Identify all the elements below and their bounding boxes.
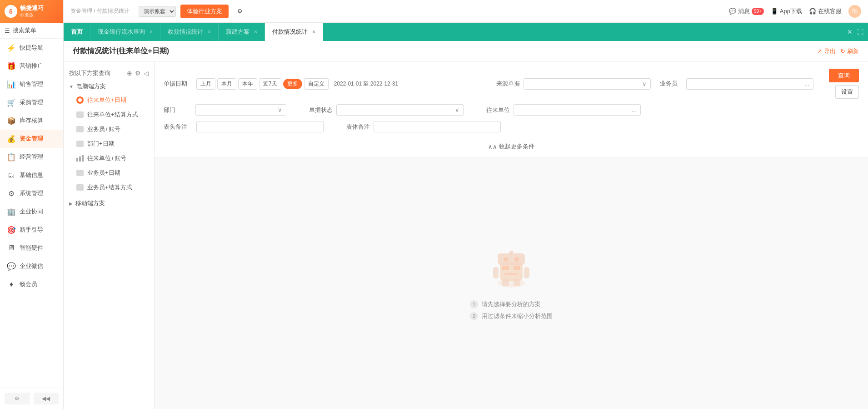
source-filter-label: 来源单据 [496,80,520,88]
sidebar-item-zijin[interactable]: 💰 资金管理 [0,130,63,148]
settings-btn[interactable]: 设置 [835,85,859,99]
tab-home[interactable]: 首页 [64,23,90,41]
sidebar-item-xitong[interactable]: ⚙ 系统管理 [0,184,63,202]
scheme-item-partner-settle[interactable]: 往来单位+结算方式 [64,107,154,122]
date-btn-7days[interactable]: 近7天 [259,78,281,90]
sidebar-item-kucun[interactable]: 📦 库存核算 [0,111,63,130]
source-select[interactable]: ∨ [524,78,651,90]
svg-rect-12 [493,267,499,278]
tab-maximize-btn[interactable]: ⛶ [857,28,863,35]
logo-icon: 6 [5,5,17,18]
scheme-item-salesman-date[interactable]: 业务员+日期 [64,166,154,180]
scheme-settings-icon[interactable]: ⚙ [135,70,141,77]
chang-icon: ♦ [7,280,16,289]
sidebar-item-xiaoshou[interactable]: 📊 销售管理 [0,75,63,93]
sidebar-item-zhihui[interactable]: 🖥 智能硬件 [0,239,63,257]
notification-badge: 99+ [752,8,764,15]
sidebar-settings-btn[interactable]: ⚙ [5,393,30,404]
sidebar-item-label: 营销推广 [20,62,43,70]
service-label: 在线客服 [818,7,842,15]
notification-btn[interactable]: 💬 消息 99+ [729,7,764,15]
header-settings-btn[interactable]: ⚙ [233,5,247,18]
collapse-more-area: ∧∧ 收起更多条件 [164,138,859,151]
page-content: 付款情况统计(往来单位+日期) ↗ 导出 ↻ 刷新 按以下方案查询 ⊕ [64,41,868,409]
refresh-btn[interactable]: ↻ 刷新 [840,47,859,56]
sidebar-item-label: 采购管理 [20,98,43,106]
date-btn-this-year[interactable]: 本年 [238,78,257,90]
tab-collection[interactable]: 收款情况统计 × [160,23,219,41]
try-btn[interactable]: 体验行业方案 [180,5,229,18]
tab-payment-stat[interactable]: 付款情况统计 × [265,23,323,41]
date-btn-last-month[interactable]: 上月 [196,78,215,90]
logo-version: 标准版 [20,12,44,18]
sidebar-item-qiye[interactable]: 🏢 企业协同 [0,202,63,221]
sidebar-logo: 6 畅捷通巧 标准版 [0,0,63,23]
scheme-item-dept-date[interactable]: 部门+日期 [64,136,154,151]
collapse-more-btn[interactable]: ∧∧ 收起更多条件 [488,142,534,151]
logo-text-group: 畅捷通巧 标准版 [20,5,44,18]
table-head-note-input[interactable] [196,121,324,132]
dept-select[interactable]: ∨ [195,104,286,116]
sidebar-item-weixin[interactable]: 💬 企业微信 [0,257,63,275]
tab-new-scheme-close[interactable]: × [254,29,257,35]
scheme-panel: 按以下方案查询 ⊕ ⚙ ◁ ▼ 电脑端方案 [64,62,155,409]
date-filter-label: 单据日期 [164,80,187,88]
sidebar-item-chang[interactable]: ♦ 畅会员 [0,275,63,293]
scheme-item-partner-date[interactable]: 往来单位+日期 [64,93,154,107]
svg-rect-2 [82,155,84,162]
salesman-input[interactable]: ... [686,78,813,90]
scheme-group-pc-header[interactable]: ▼ 电脑端方案 [64,80,154,93]
tab-close-all-btn[interactable]: ✕ [847,28,853,35]
app-download-btn[interactable]: 📱 App下载 [771,7,802,15]
tab-payment-stat-close[interactable]: × [312,29,315,35]
sidebar-item-label: 快捷导航 [20,44,43,52]
page-header-actions: ↗ 导出 ↻ 刷新 [817,47,859,56]
svg-rect-4 [500,263,523,281]
svg-point-9 [504,257,508,262]
search-menu[interactable]: ☰ 搜索菜单 [0,23,63,39]
scheme-item-salesman-account[interactable]: 业务员+账号 [64,122,154,136]
sidebar-item-label: 新手引导 [20,226,43,234]
date-btn-this-month[interactable]: 本月 [217,78,236,90]
date-btn-custom[interactable]: 自定义 [304,78,329,90]
tab-cashflow-close[interactable]: × [150,29,153,35]
table-body-note-input[interactable] [374,121,501,132]
scheme-item-partner-account[interactable]: 往来单位+账号 [64,151,154,166]
partner-input[interactable]: ... [514,104,641,116]
tab-collection-close[interactable]: × [208,29,211,35]
jichu-icon: 🗂 [7,171,16,180]
tab-new-scheme[interactable]: 新建方案 × [219,23,265,41]
docstatus-select[interactable]: ∨ [336,104,464,116]
scheme-collapse-icon[interactable]: ◁ [144,70,149,77]
export-btn[interactable]: ↗ 导出 [817,47,836,56]
weixin-icon: 💬 [7,262,16,271]
tab-cashflow[interactable]: 现金银行流水查询 × [90,23,160,41]
user-avatar[interactable]: Rit [848,5,861,18]
date-btn-more[interactable]: 更多 [283,79,302,89]
qiye-icon: 🏢 [7,207,16,216]
sidebar-item-label: 企业微信 [20,262,43,270]
scheme-item-salesman-settle[interactable]: 业务员+结算方式 [64,180,154,195]
sidebar-item-jichu[interactable]: 🗂 基础信息 [0,166,63,184]
tip-num-1: 1 [470,300,478,308]
scheme-group-mobile-header[interactable]: ▶ 移动端方案 [64,197,154,210]
sidebar-item-xinshou[interactable]: 🎯 新手引导 [0,221,63,239]
sidebar: 6 畅捷通巧 标准版 ☰ 搜索菜单 ⚡ 快捷导航 🎁 营销推广 📊 销售管理 🛒… [0,0,64,409]
empty-robot-icon [489,247,534,293]
scheme-item-label: 往来单位+日期 [87,96,126,104]
tab-window-btns: ✕ ⛶ [843,23,868,41]
sidebar-collapse-btn[interactable]: ◀◀ [34,393,59,404]
xitong-icon: ⚙ [7,189,16,198]
scheme-add-icon[interactable]: ⊕ [127,70,132,77]
company-select[interactable]: 演示账套 [139,6,176,17]
sidebar-item-kuaijie[interactable]: ⚡ 快捷导航 [0,39,63,57]
jingying-icon: 📋 [7,152,16,162]
query-btn[interactable]: 查询 [829,69,859,82]
sidebar-item-caigou[interactable]: 🛒 采购管理 [0,93,63,111]
sidebar-item-jingying[interactable]: 📋 经营管理 [0,148,63,166]
svg-rect-8 [498,253,525,265]
tip-text-1: 请先选择要分析的方案 [482,300,541,308]
online-service-btn[interactable]: 🎧 在线客服 [809,7,842,15]
app-icon: 📱 [771,8,778,15]
sidebar-item-yingxiao[interactable]: 🎁 营销推广 [0,57,63,75]
